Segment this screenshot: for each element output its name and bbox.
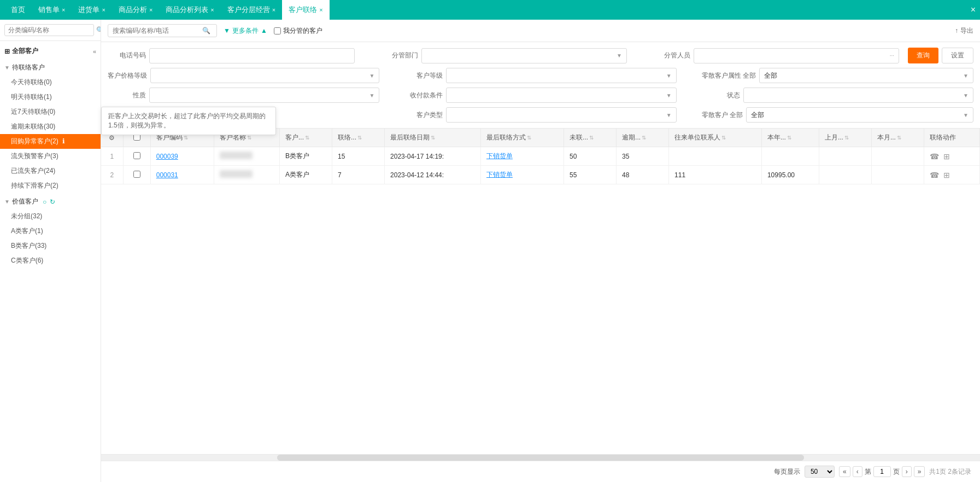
sidebar-item-tomorrow[interactable]: 明天待联络(1) <box>0 90 101 104</box>
cell-code[interactable]: 000039 <box>150 147 214 166</box>
section-value-customers-header[interactable]: ▼ 价值客户 ○ ↻ <box>0 194 101 209</box>
close-purchase-icon[interactable]: × <box>102 0 105 20</box>
cell-name <box>214 166 280 184</box>
page-navigation: « ‹ 第 页 › » <box>839 466 925 477</box>
row-checkbox[interactable] <box>133 152 140 159</box>
cell-this-year <box>761 147 819 166</box>
col-this-month[interactable]: 本月... ⇅ <box>871 129 924 147</box>
export-button[interactable]: ↑ 导出 <box>955 26 973 36</box>
sidebar-all-customers[interactable]: ⊞ 全部客户 « <box>0 43 101 59</box>
col-type[interactable]: 客户... ⇅ <box>280 129 332 147</box>
sidebar-item-churn-warning[interactable]: 流失预警客户(3) <box>0 149 101 164</box>
nav-goods-list[interactable]: 商品分析列表 × <box>159 0 220 20</box>
price-grade-select[interactable]: ▼ <box>150 68 379 83</box>
search-icon[interactable]: 🔍 <box>202 27 210 34</box>
cell-this-month <box>871 166 924 184</box>
refresh-icon[interactable]: ↻ <box>50 198 55 206</box>
last-page-button[interactable]: » <box>914 466 925 477</box>
nav-purchase[interactable]: 进货单 × <box>72 0 112 20</box>
horizontal-scrollbar[interactable] <box>101 454 980 461</box>
cell-type: B类客户 <box>280 147 332 166</box>
sidebar-item-ungrouped[interactable]: 未分组(32) <box>0 209 101 224</box>
section-pending-contact-header[interactable]: ▼ 待联络客户 <box>0 60 101 75</box>
sort-icon-company-contact: ⇅ <box>721 135 726 141</box>
col-last-contact-method[interactable]: 最后联络方式 ⇅ <box>480 129 564 147</box>
sidebar-item-group-c[interactable]: C类客户(6) <box>0 253 101 268</box>
per-page-select[interactable]: 50 100 <box>805 466 835 478</box>
chevron-up-icon: ▲ <box>261 27 267 34</box>
customer-type-select[interactable]: ▼ <box>446 107 676 123</box>
sidebar-search-area: 🔍 <box>0 20 101 41</box>
chevron-down-icon: ▼ <box>666 92 672 98</box>
nav-goods-analysis[interactable]: 商品分析 × <box>112 0 159 20</box>
sidebar-item-churned[interactable]: 已流失客户(24) <box>0 164 101 178</box>
query-button[interactable]: 查询 <box>908 48 938 63</box>
edit-group-icon[interactable]: ○ <box>43 198 46 206</box>
cell-overdue: 35 <box>617 147 669 166</box>
contact-icon[interactable]: ☎ <box>930 152 939 161</box>
more-action-icon[interactable]: ⊞ <box>943 171 950 179</box>
col-last-contact-date[interactable]: 最后联络日期 ⇅ <box>385 129 481 147</box>
nav-sales[interactable]: 销售单 × <box>32 0 72 20</box>
settings-button[interactable]: 设置 <box>942 48 973 63</box>
nav-home[interactable]: 首页 <box>4 0 32 20</box>
nature-select[interactable]: ▼ <box>149 88 379 103</box>
manager-select[interactable]: ··· <box>694 48 899 63</box>
close-customer-contact-icon[interactable]: × <box>319 0 322 20</box>
next-page-button[interactable]: › <box>902 466 912 477</box>
cell-last-method[interactable]: 下销货单 <box>480 147 564 166</box>
col-this-year[interactable]: 本年... ⇅ <box>761 129 819 147</box>
sidebar-item-today[interactable]: 今天待联络(0) <box>0 75 101 90</box>
more-action-icon[interactable]: ⊞ <box>943 152 950 161</box>
col-uncontacted[interactable]: 未联... ⇅ <box>564 129 617 147</box>
my-customers-checkbox[interactable] <box>274 27 281 34</box>
col-company-contact[interactable]: 往来单位联系人 ⇅ <box>669 129 762 147</box>
col-last-month[interactable]: 上月... ⇅ <box>819 129 871 147</box>
first-page-button[interactable]: « <box>839 466 850 477</box>
sidebar-search-input[interactable] <box>4 24 94 36</box>
filter-search-input[interactable] <box>113 27 200 34</box>
blurred-name <box>220 170 253 178</box>
retail-attr-select[interactable]: 全部 ▼ <box>759 68 973 83</box>
col-contact-num[interactable]: 联络... ⇅ <box>332 129 385 147</box>
cell-last-method[interactable]: 下销货单 <box>480 166 564 184</box>
dept-select[interactable]: ▼ <box>421 48 627 63</box>
contact-icon[interactable]: ☎ <box>930 171 939 179</box>
retail-customer-select[interactable]: 全部 ▼ <box>746 107 973 123</box>
ellipsis-icon: ··· <box>890 53 894 59</box>
row-checkbox[interactable] <box>133 171 140 178</box>
sort-icon-this-month: ⇅ <box>897 135 901 141</box>
close-goods-analysis-icon[interactable]: × <box>149 0 152 20</box>
sidebar-search-icon[interactable]: 🔍 <box>96 26 101 34</box>
close-customer-tier-icon[interactable]: × <box>272 0 275 20</box>
col-overdue[interactable]: 逾期... ⇅ <box>617 129 669 147</box>
scrollbar-thumb[interactable] <box>277 455 805 461</box>
sidebar-item-declining[interactable]: 持续下滑客户(2) <box>0 178 101 193</box>
window-close-icon[interactable]: × <box>971 5 976 15</box>
sidebar-item-week[interactable]: 近7天待联络(0) <box>0 104 101 119</box>
more-conditions-btn[interactable]: ▼ 更多条件 ▲ <box>224 26 267 36</box>
collapse-icon[interactable]: « <box>93 48 96 55</box>
phone-input[interactable] <box>149 48 355 63</box>
nav-customer-contact[interactable]: 客户联络 × <box>282 0 329 20</box>
sidebar-item-group-b[interactable]: B类客户(33) <box>0 239 101 253</box>
price-grade-label: 客户价格等级 <box>108 71 147 80</box>
section-pending-contact: ▼ 待联络客户 今天待联络(0) 明天待联络(1) 近7天待联络(0) 逾期未联… <box>0 60 101 134</box>
per-page-label: 每页显示 <box>774 467 800 477</box>
prev-page-button[interactable]: ‹ <box>853 466 862 477</box>
close-sales-icon[interactable]: × <box>62 0 65 20</box>
cell-code[interactable]: 000031 <box>150 166 214 184</box>
nav-customer-tier[interactable]: 客户分层经营 × <box>221 0 282 20</box>
status-select[interactable]: ▼ <box>743 88 973 103</box>
customer-grade-select[interactable]: ▼ <box>446 68 676 83</box>
sidebar-item-repurchase-abnormal[interactable]: 回购异常客户(2) ℹ <box>0 134 101 149</box>
row-checkbox-cell[interactable] <box>123 147 150 166</box>
sidebar-tree: ⊞ 全部客户 « ▼ 待联络客户 今天待联络(0) 明天待联络(1) 近7天待联… <box>0 41 101 482</box>
sidebar-item-group-a[interactable]: A类客户(1) <box>0 224 101 239</box>
page-number-input[interactable] <box>873 466 891 477</box>
payment-select[interactable]: ▼ <box>446 88 676 103</box>
row-checkbox-cell[interactable] <box>123 166 150 184</box>
sidebar-item-overdue[interactable]: 逾期未联络(30) <box>0 119 101 134</box>
close-goods-list-icon[interactable]: × <box>210 0 214 20</box>
sort-icon-last-month: ⇅ <box>844 135 849 141</box>
